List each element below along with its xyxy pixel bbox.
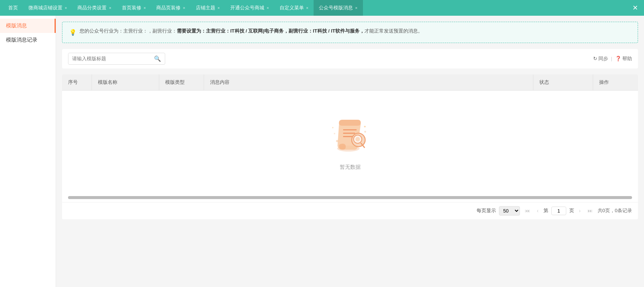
nav-tab-close-5[interactable]: ×: [218, 6, 220, 10]
nav-tab-2[interactable]: 商品分类设置×: [72, 0, 116, 16]
toolbar-divider: |: [611, 56, 612, 61]
nav-tab-close-8[interactable]: ×: [355, 6, 357, 10]
nav-tab-close-4[interactable]: ×: [183, 6, 185, 10]
table-column-4: 状态: [533, 74, 593, 90]
sidebar-item-1[interactable]: 模版消息记录: [0, 33, 56, 47]
table-column-5: 操作: [593, 74, 638, 90]
nav-tab-close-3[interactable]: ×: [144, 6, 146, 10]
nav-tab-1[interactable]: 微商城店铺设置×: [23, 0, 72, 16]
page-summary: 共0页，0条记录: [598, 207, 632, 214]
nav-tab-6[interactable]: 开通公众号商城×: [225, 0, 274, 16]
search-input[interactable]: [68, 54, 150, 64]
nav-tab-close-6[interactable]: ×: [266, 6, 269, 10]
notice-box: 💡 您的公众号行业为：主营行业：，副营行业：需要设置为：主营行业：IT科技 / …: [62, 22, 638, 43]
notice-text: 您的公众号行业为：主营行业：，副营行业：需要设置为：主营行业：IT科技 / 互联…: [80, 27, 423, 35]
table-header: 序号模版名称模版类型消息内容状态操作: [62, 74, 638, 91]
per-page-label: 每页显示: [477, 207, 496, 214]
content-area: 💡 您的公众号行业为：主营行业：，副营行业：需要设置为：主营行业：IT科技 / …: [56, 16, 644, 287]
svg-point-7: [355, 137, 360, 141]
scroll-bar-wrap: [62, 193, 638, 202]
help-button[interactable]: ❓ 帮助: [615, 55, 632, 62]
help-label: 帮助: [622, 55, 632, 62]
bulb-icon: 💡: [69, 28, 77, 37]
toolbar-right: ↻ 同步 | ❓ 帮助: [593, 55, 632, 62]
top-nav: 首页微商城店铺设置×商品分类设置×首页装修×商品页装修×店铺主题×开通公众号商城…: [0, 0, 644, 16]
main-layout: 模版消息模版消息记录 💡 您的公众号行业为：主营行业：，副营行业：需要设置为：主…: [0, 16, 644, 287]
nav-tab-5[interactable]: 店铺主题×: [191, 0, 225, 16]
search-wrap: 🔍: [68, 53, 165, 65]
nav-tab-0[interactable]: 首页: [3, 0, 23, 16]
close-all-button[interactable]: ✕: [629, 4, 641, 12]
nav-tab-4[interactable]: 商品页装修×: [151, 0, 190, 16]
svg-point-10: [334, 133, 335, 134]
table-column-0: 序号: [62, 74, 92, 90]
sync-button[interactable]: ↻ 同步: [593, 55, 608, 62]
empty-text: 暂无数据: [340, 164, 361, 171]
sync-icon: ↻: [593, 56, 597, 61]
horizontal-scrollbar[interactable]: [68, 196, 632, 199]
nav-tab-close-7[interactable]: ×: [306, 6, 308, 10]
page-prev-button[interactable]: ‹: [535, 207, 540, 214]
sync-label: 同步: [598, 55, 608, 62]
sidebar-item-0[interactable]: 模版消息: [0, 19, 56, 33]
svg-point-8: [336, 140, 338, 142]
nav-tab-close-1[interactable]: ×: [65, 6, 67, 10]
page-input[interactable]: [551, 207, 566, 215]
page-label-after: 页: [569, 207, 574, 214]
nav-tab-7[interactable]: 自定义菜单×: [274, 0, 314, 16]
table-column-1: 模版名称: [92, 74, 159, 90]
page-next-button[interactable]: ›: [577, 207, 583, 214]
per-page-select[interactable]: 102050100: [499, 206, 520, 216]
empty-icon: ✦ ✦: [328, 113, 373, 158]
pagination: 每页显示 102050100 ⏮ ‹ 第 页 › ⏭ 共0页，0条记录: [62, 202, 638, 219]
data-table: 序号模版名称模版类型消息内容状态操作: [62, 74, 638, 219]
help-icon: ❓: [615, 56, 621, 61]
nav-tab-close-2[interactable]: ×: [109, 6, 111, 10]
svg-point-9: [364, 131, 366, 132]
sidebar: 模版消息模版消息记录: [0, 16, 56, 287]
search-button[interactable]: 🔍: [150, 53, 165, 64]
page-label-before: 第: [543, 207, 548, 214]
page-first-button[interactable]: ⏮: [523, 207, 532, 214]
nav-tab-8[interactable]: 公众号模版消息×: [314, 0, 363, 16]
empty-state: ✦ ✦ 暂无数据: [62, 91, 638, 193]
table-column-2: 模版类型: [159, 74, 204, 90]
page-last-button[interactable]: ⏭: [586, 207, 595, 214]
table-column-3: 消息内容: [204, 74, 533, 90]
svg-text:✦: ✦: [332, 126, 334, 129]
svg-text:✦: ✦: [363, 125, 366, 129]
nav-tab-3[interactable]: 首页装修×: [117, 0, 151, 16]
toolbar: 🔍 ↻ 同步 | ❓ 帮助: [62, 49, 638, 68]
